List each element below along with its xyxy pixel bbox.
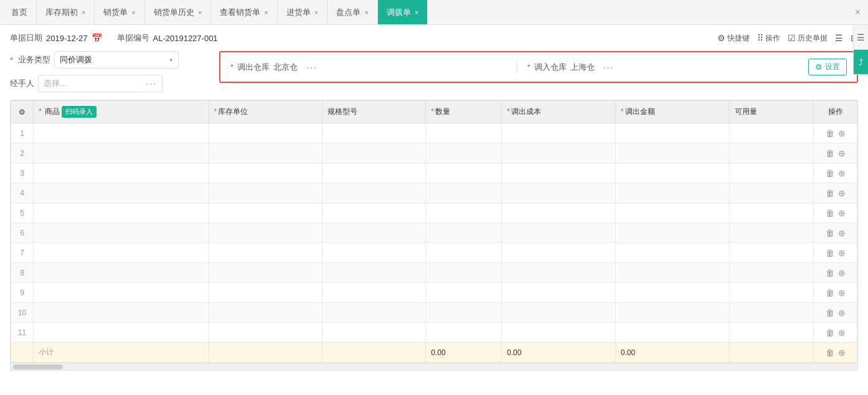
delete-icon[interactable]: 🗑 [826, 328, 834, 338]
business-type-select[interactable]: 同价调拨 ▾ [54, 51, 179, 69]
table-cell[interactable] [501, 203, 615, 223]
table-cell[interactable] [426, 203, 502, 223]
table-cell[interactable] [729, 243, 813, 263]
copy-icon[interactable]: ⊕ [838, 348, 846, 358]
warehouse-out-more-icon[interactable]: ··· [306, 62, 318, 72]
tab-sales-order[interactable]: 销货单 × [95, 0, 144, 24]
table-cell[interactable] [615, 203, 729, 223]
table-cell[interactable] [615, 183, 729, 203]
settings-button[interactable]: ⚙ 设置 [808, 59, 847, 75]
copy-icon[interactable]: ⊕ [838, 148, 846, 158]
delete-icon[interactable]: 🗑 [826, 148, 834, 158]
table-cell[interactable] [323, 243, 426, 263]
table-cell[interactable] [615, 123, 729, 143]
table-cell[interactable] [209, 243, 323, 263]
table-cell[interactable] [615, 143, 729, 163]
delete-icon[interactable]: 🗑 [826, 248, 834, 258]
table-cell[interactable] [323, 323, 426, 343]
table-cell[interactable] [209, 323, 323, 343]
shortcut-btn[interactable]: ⚙ 快捷键 [717, 33, 750, 44]
table-cell[interactable] [209, 263, 323, 283]
table-cell[interactable] [426, 123, 502, 143]
table-cell[interactable] [426, 183, 502, 203]
table-cell[interactable] [209, 183, 323, 203]
warehouse-in-more-icon[interactable]: ··· [603, 62, 615, 72]
close-all-button[interactable]: × [847, 7, 868, 18]
table-cell[interactable] [729, 263, 813, 283]
table-cell[interactable] [729, 303, 813, 323]
tab-inventory-init[interactable]: 库存期初 × [37, 0, 95, 24]
table-cell[interactable] [729, 283, 813, 303]
history-btn[interactable]: ☑ 历史单据 [788, 33, 828, 44]
layout-list-btn[interactable]: ☰ [835, 33, 843, 43]
table-cell[interactable] [209, 283, 323, 303]
delete-icon[interactable]: 🗑 [826, 128, 834, 138]
tab-home[interactable]: 首页 [2, 0, 37, 24]
table-cell[interactable] [426, 323, 502, 343]
scroll-thumb[interactable] [13, 364, 63, 369]
table-cell[interactable] [209, 123, 323, 143]
table-cell[interactable] [34, 123, 209, 143]
right-panel-export-btn[interactable]: ⤴ [854, 50, 869, 75]
table-cell[interactable] [323, 183, 426, 203]
table-cell[interactable] [323, 303, 426, 323]
table-cell[interactable] [501, 243, 615, 263]
table-cell[interactable] [615, 303, 729, 323]
delete-icon[interactable]: 🗑 [826, 188, 834, 198]
table-cell[interactable] [34, 143, 209, 163]
table-cell[interactable] [729, 323, 813, 343]
copy-icon[interactable]: ⊕ [838, 228, 846, 238]
table-cell[interactable] [501, 163, 615, 183]
table-cell[interactable] [209, 143, 323, 163]
table-cell[interactable] [426, 263, 502, 283]
table-cell[interactable] [426, 283, 502, 303]
table-cell[interactable] [209, 303, 323, 323]
delete-icon[interactable]: 🗑 [826, 168, 834, 178]
tab-sales-history[interactable]: 销货单历史 × [145, 0, 211, 24]
delete-icon[interactable]: 🗑 [826, 268, 834, 278]
table-cell[interactable] [34, 323, 209, 343]
table-cell[interactable] [323, 123, 426, 143]
table-cell[interactable] [615, 323, 729, 343]
table-cell[interactable] [209, 223, 323, 243]
tab-sales-history-close[interactable]: × [198, 9, 202, 16]
copy-icon[interactable]: ⊕ [838, 188, 846, 198]
right-panel-list-btn[interactable]: ☰ [854, 25, 869, 50]
delete-icon[interactable]: 🗑 [826, 208, 834, 218]
table-cell[interactable] [729, 183, 813, 203]
table-cell[interactable] [501, 223, 615, 243]
col-settings[interactable]: ⚙ [11, 101, 34, 123]
table-cell[interactable] [501, 283, 615, 303]
tab-inventory-count-close[interactable]: × [364, 9, 368, 16]
copy-icon[interactable]: ⊕ [838, 168, 846, 178]
table-cell[interactable] [209, 163, 323, 183]
table-cell[interactable] [729, 203, 813, 223]
tab-sales-order-close[interactable]: × [131, 9, 135, 16]
table-cell[interactable] [426, 223, 502, 243]
table-cell[interactable] [323, 143, 426, 163]
tab-view-sales-close[interactable]: × [264, 9, 268, 16]
table-cell[interactable] [729, 143, 813, 163]
table-cell[interactable] [426, 303, 502, 323]
tab-transfer[interactable]: 调拨单 × [378, 0, 428, 24]
table-cell[interactable] [34, 283, 209, 303]
table-cell[interactable] [729, 163, 813, 183]
table-cell[interactable] [501, 143, 615, 163]
table-cell[interactable] [615, 283, 729, 303]
table-cell[interactable] [426, 163, 502, 183]
copy-icon[interactable]: ⊕ [838, 308, 846, 318]
table-cell[interactable] [501, 263, 615, 283]
table-cell[interactable] [34, 263, 209, 283]
delete-icon[interactable]: 🗑 [826, 288, 834, 298]
table-cell[interactable] [34, 183, 209, 203]
copy-icon[interactable]: ⊕ [838, 248, 846, 258]
table-cell[interactable] [615, 223, 729, 243]
calendar-icon[interactable]: 📅 [92, 33, 102, 43]
table-cell[interactable] [729, 223, 813, 243]
copy-icon[interactable]: ⊕ [838, 328, 846, 338]
delete-icon[interactable]: 🗑 [826, 348, 834, 358]
table-cell[interactable] [501, 323, 615, 343]
copy-icon[interactable]: ⊕ [838, 268, 846, 278]
table-cell[interactable] [34, 223, 209, 243]
table-cell[interactable] [501, 123, 615, 143]
